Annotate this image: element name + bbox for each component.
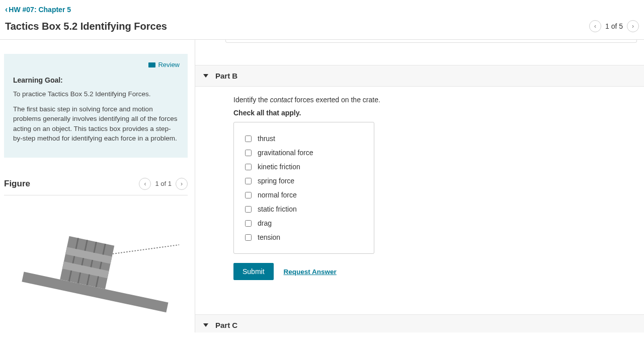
part-c-header[interactable]: Part C	[195, 314, 644, 332]
figure-heading: Figure	[4, 179, 30, 189]
breadcrumb-label: HW #07: Chapter 5	[9, 6, 71, 14]
next-problem-button[interactable]: ›	[627, 20, 639, 32]
pager-text: 1 of 5	[605, 22, 623, 30]
option-drag[interactable]: drag	[245, 216, 363, 230]
figure-prev-button[interactable]: ‹	[139, 178, 151, 190]
back-breadcrumb[interactable]: ‹ HW #07: Chapter 5	[5, 5, 71, 14]
caret-down-icon	[203, 323, 208, 327]
part-b-header[interactable]: Part B	[195, 65, 644, 87]
previous-part-tail	[225, 40, 637, 43]
checkbox[interactable]	[245, 206, 252, 213]
checkbox[interactable]	[245, 136, 252, 142]
option-static-friction[interactable]: static friction	[245, 202, 363, 216]
option-spring-force[interactable]: spring force	[245, 174, 363, 188]
part-b-instruction: Check all that apply.	[233, 109, 636, 117]
review-label: Review	[158, 61, 180, 69]
learning-description: The first basic step in solving force an…	[13, 104, 179, 144]
part-b-prompt: Identify the contact forces exerted on t…	[233, 96, 636, 104]
checkbox[interactable]	[245, 192, 252, 198]
part-c-label: Part C	[215, 321, 237, 329]
checkbox[interactable]	[245, 164, 252, 170]
problem-pager: ‹ 1 of 5 ›	[589, 20, 639, 32]
checkbox[interactable]	[245, 150, 252, 156]
book-icon	[148, 62, 155, 67]
part-b-label: Part B	[215, 72, 237, 80]
checkbox[interactable]	[245, 234, 252, 241]
learning-goal-heading: Learning Goal:	[13, 76, 179, 84]
option-tension[interactable]: tension	[245, 230, 363, 244]
learning-goal-text: To practice Tactics Box 5.2 Identifying …	[13, 89, 179, 99]
learning-goal-panel: Review Learning Goal: To practice Tactic…	[4, 54, 188, 158]
request-answer-link[interactable]: Request Answer	[284, 268, 337, 276]
prev-problem-button[interactable]: ‹	[589, 20, 601, 32]
option-kinetic-friction[interactable]: kinetic friction	[245, 160, 363, 174]
option-thrust[interactable]: thrust	[245, 131, 363, 146]
submit-button[interactable]: Submit	[233, 263, 274, 280]
figure-pager-text: 1 of 1	[155, 180, 172, 187]
figure-pager: ‹ 1 of 1 ›	[139, 178, 188, 190]
option-gravitational-force[interactable]: gravitational force	[245, 146, 363, 160]
page-title: Tactics Box 5.2 Identifying Forces	[5, 21, 167, 32]
part-b-options: thrust gravitational force kinetic frict…	[233, 122, 374, 254]
figure-next-button[interactable]: ›	[176, 178, 188, 190]
option-normal-force[interactable]: normal force	[245, 188, 363, 202]
svg-line-16	[112, 230, 179, 267]
chevron-left-icon: ‹	[5, 5, 8, 14]
figure-diagram	[4, 195, 188, 326]
caret-down-icon	[203, 74, 208, 78]
review-link[interactable]: Review	[148, 61, 180, 69]
checkbox[interactable]	[245, 178, 252, 184]
checkbox[interactable]	[245, 220, 252, 227]
